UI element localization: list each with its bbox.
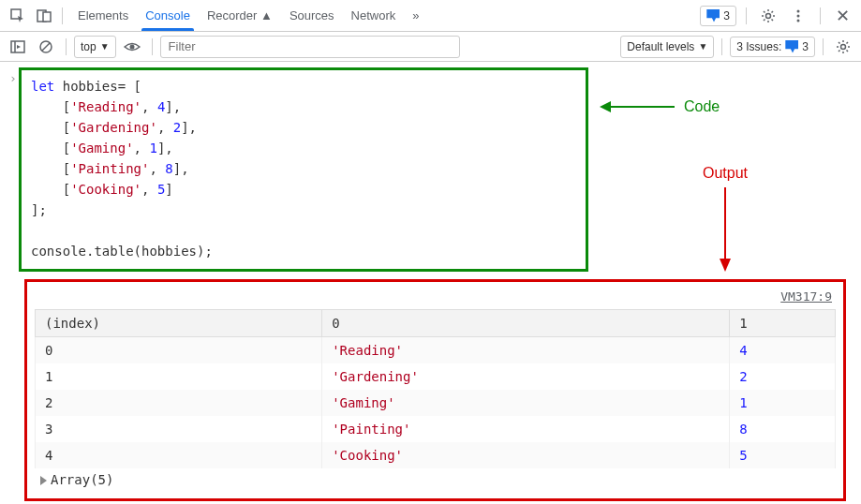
table-row: 4'Cooking'5 <box>36 442 836 468</box>
separator <box>820 7 821 24</box>
table-row: 2'Gaming'1 <box>36 390 836 416</box>
more-tabs[interactable]: » <box>412 1 419 30</box>
sidebar-toggle-icon[interactable] <box>6 35 30 59</box>
gear-icon[interactable] <box>831 35 855 59</box>
svg-line-10 <box>42 43 50 51</box>
svg-point-4 <box>797 9 800 12</box>
close-icon[interactable]: ✕ <box>830 6 855 26</box>
separator <box>721 38 722 55</box>
levels-value: Default levels <box>627 40 694 53</box>
separator <box>66 38 67 55</box>
device-toggle-icon[interactable] <box>32 4 56 28</box>
toolbar-right: 3 ✕ <box>700 4 855 28</box>
svg-point-3 <box>766 13 771 18</box>
annotation-code: Code <box>600 97 720 116</box>
gear-icon[interactable] <box>756 4 780 28</box>
separator <box>152 38 153 55</box>
context-select[interactable]: top ▼ <box>74 36 116 58</box>
array-expand[interactable]: Array(5) <box>35 468 836 491</box>
col-0[interactable]: 0 <box>322 310 730 337</box>
console-content: › Code Output let hobbies= [ ['Reading',… <box>0 62 861 504</box>
tab-console[interactable]: Console <box>145 1 190 30</box>
table-row: 1'Gardening'2 <box>36 363 836 390</box>
message-icon <box>706 9 720 22</box>
issues-chip[interactable]: 3 Issues: 3 <box>730 37 815 57</box>
svg-point-5 <box>797 14 800 17</box>
eye-icon[interactable] <box>120 35 144 59</box>
table-row: 3'Painting'8 <box>36 416 836 442</box>
console-table: (index) 0 1 0'Reading'41'Gardening'22'Ga… <box>35 309 836 468</box>
triangle-right-icon <box>40 476 47 485</box>
svg-rect-2 <box>43 12 51 22</box>
filter-input[interactable] <box>160 36 460 58</box>
prompt-icon: › <box>9 71 17 85</box>
console-output: VM317:9 (index) 0 1 0'Reading'41'Gardeni… <box>24 279 846 501</box>
chevron-down-icon: ▼ <box>100 41 110 52</box>
separator <box>823 38 824 55</box>
table-row: 0'Reading'4 <box>36 337 836 364</box>
svg-point-6 <box>797 19 800 22</box>
chevron-down-icon: ▼ <box>698 41 707 52</box>
inspect-icon[interactable] <box>6 4 30 28</box>
code-input[interactable]: let hobbies= [ ['Reading', 4], ['Gardeni… <box>19 67 588 272</box>
context-value: top <box>81 40 96 53</box>
levels-select[interactable]: Default levels ▼ <box>620 36 714 58</box>
kebab-icon[interactable] <box>786 4 810 28</box>
issues-label: 3 Issues: <box>736 40 781 53</box>
messages-count: 3 <box>723 9 730 22</box>
separator <box>62 7 63 24</box>
issues-count: 3 <box>802 40 809 53</box>
clear-console-icon[interactable] <box>34 35 58 59</box>
annotation-output: Output <box>703 165 748 272</box>
console-subbar: top ▼ Default levels ▼ 3 Issues: 3 <box>0 32 861 62</box>
tab-recorder[interactable]: Recorder ▲ <box>207 1 273 30</box>
svg-point-11 <box>129 44 134 49</box>
message-icon <box>785 40 798 53</box>
tab-network[interactable]: Network <box>351 1 396 30</box>
col-1[interactable]: 1 <box>730 310 836 337</box>
tab-sources[interactable]: Sources <box>289 1 334 30</box>
svg-point-12 <box>841 44 846 49</box>
messages-chip[interactable]: 3 <box>700 6 736 26</box>
devtools-toolbar: Elements Console Recorder ▲ Sources Netw… <box>0 0 861 32</box>
tab-elements[interactable]: Elements <box>78 1 128 30</box>
tab-strip: Elements Console Recorder ▲ Sources Netw… <box>78 1 698 30</box>
separator <box>746 7 747 24</box>
vm-source-link[interactable]: VM317:9 <box>35 288 836 309</box>
col-index[interactable]: (index) <box>36 310 322 337</box>
